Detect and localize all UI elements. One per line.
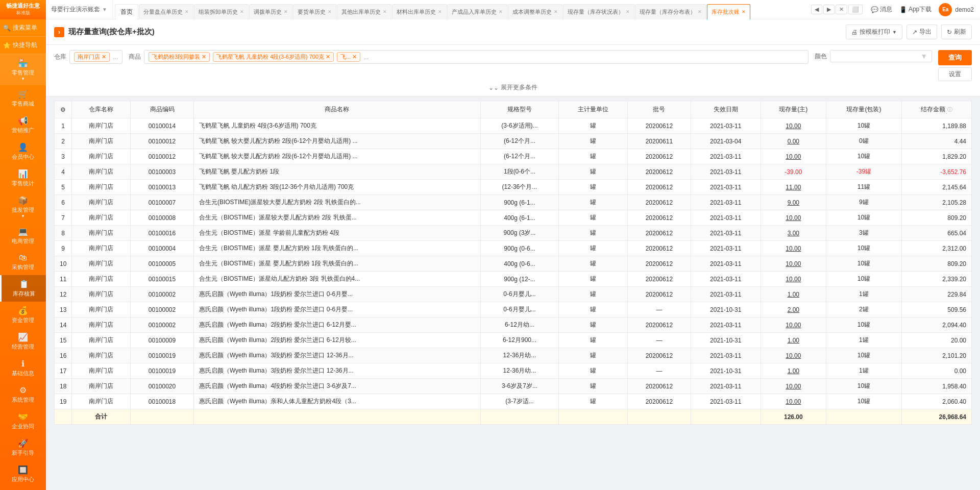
sidebar-item-app-center[interactable]: 🔲 应用中心 (0, 461, 46, 487)
close-icon[interactable]: ✕ (554, 9, 558, 14)
table-cell: 900g (3岁... (480, 226, 559, 241)
color-filter-box[interactable]: ▼ (830, 50, 932, 62)
table-cell[interactable]: 1.00 (761, 333, 826, 348)
close-icon[interactable]: ✕ (240, 9, 244, 14)
query-button[interactable]: 查询 (938, 50, 972, 65)
table-cell[interactable]: 10.00 (761, 348, 826, 363)
nav-tab-purchase-order[interactable]: 要货单历史✕ (293, 4, 336, 19)
sidebar-item-finance[interactable]: 💰 资金管理 (0, 302, 46, 328)
table-cell[interactable]: 10.00 (761, 272, 826, 287)
table-cell[interactable]: 1.00 (761, 363, 826, 379)
close-icon[interactable]: ✕ (499, 9, 503, 14)
table-area: ⚙ 仓库名称 商品编码 商品名称 规格型号 主计量单位 批号 失效日期 现存量(… (46, 96, 980, 490)
table-cell[interactable]: 2.00 (761, 302, 826, 317)
table-cell[interactable]: 11.00 (761, 180, 826, 195)
remove-goods-more-icon[interactable]: ✕ (352, 54, 357, 60)
nav-tab-inventory-dist[interactable]: 现存量（库存分布表）✕ (635, 4, 706, 19)
nav-tab-inventory-status[interactable]: 现存量（库存状况表）✕ (563, 4, 634, 19)
goods-filter-box[interactable]: 飞鹤奶粉3段同掺装 ✕ 飞鹤星飞帆 儿童奶粉 4段(3-6岁适用) 700克 ✕… (144, 50, 808, 64)
sidebar-item-operations[interactable]: 📈 经营管理 (0, 328, 46, 355)
table-cell[interactable]: 10.00 (761, 394, 826, 409)
close-icon[interactable]: ✕ (438, 9, 442, 14)
table-cell[interactable]: 1.00 (761, 287, 826, 302)
nav-tab-inventory-check[interactable]: 分量盘点单历史✕ (139, 4, 193, 19)
table-cell[interactable]: 10.00 (761, 256, 826, 272)
table-cell: (12-36个月... (480, 180, 559, 195)
collab-icon: 🤝 (18, 412, 28, 422)
warehouse-more-icon[interactable]: ... (113, 54, 118, 61)
close-icon[interactable]: ✕ (626, 9, 630, 14)
table-cell[interactable]: 3.00 (761, 226, 826, 241)
table-cell[interactable]: 10.00 (761, 210, 826, 226)
nav-tab-batch-account[interactable]: 库存批次账✕ (707, 4, 750, 19)
table-row: 8南岸门店00100016合生元（BIOSTIME）派星 学龄前儿童配方奶粉 4… (55, 226, 972, 241)
amount-info-icon[interactable]: ⓘ (947, 107, 952, 112)
sidebar-item-guide[interactable]: 🚀 新手引导 (0, 434, 46, 461)
print-button[interactable]: 🖨 按模板打印 ▼ (846, 24, 902, 39)
table-cell[interactable]: -39.00 (761, 164, 826, 180)
sidebar-item-inventory[interactable]: 📋 库存核算 (0, 275, 46, 302)
tab-restore-button[interactable]: ⬜ (848, 5, 863, 14)
settings-column-header[interactable]: ⚙ (55, 101, 72, 118)
nav-tab-transfer[interactable]: 调拨单历史✕ (249, 4, 292, 19)
nav-tab-cost-adjust[interactable]: 成本调整单历史✕ (508, 4, 562, 19)
nav-tab-other-out[interactable]: 其他出库单历史✕ (337, 4, 391, 19)
close-icon[interactable]: ✕ (383, 9, 387, 14)
table-row: 15南岸门店00100009惠氏启颜（Wyeth illuma）2段奶粉 爱尔兰… (55, 333, 972, 348)
user-avatar-button[interactable]: Ea demo2 (939, 3, 974, 16)
summary-qty-total: 126.00 (761, 409, 826, 425)
tab-prev-button[interactable]: ◀ (811, 5, 822, 14)
sidebar-item-system[interactable]: ⚙ 系统管理 (0, 381, 46, 408)
sidebar-item-retail-stats[interactable]: 📊 零售统计 (0, 165, 46, 191)
table-cell: 南岸门店 (72, 118, 131, 134)
close-icon[interactable]: ✕ (185, 9, 189, 14)
table-cell[interactable]: 10.00 (761, 317, 826, 333)
sidebar-item-retail-mgmt[interactable]: 🏪 零售管理 ▼ (0, 54, 46, 85)
refresh-button[interactable]: ↻ 刷新 (941, 24, 972, 39)
close-icon[interactable]: ✕ (284, 9, 288, 14)
sidebar-item-enterprise-wx[interactable]: 💬 企业微信 (0, 487, 46, 490)
sidebar-item-collab[interactable]: 🤝 企业协同 (0, 408, 46, 434)
tab-close-button[interactable]: ✕ (836, 5, 847, 14)
sidebar-item-purchase[interactable]: 🛍 采购管理 (0, 249, 46, 275)
table-cell: 2021-03-11 (691, 241, 761, 256)
sidebar-item-member[interactable]: 👤 会员中心 (0, 138, 46, 165)
remove-goods-tag-1-icon[interactable]: ✕ (202, 54, 206, 60)
table-cell[interactable]: 10.00 (761, 149, 826, 164)
table-cell[interactable]: 10.00 (761, 379, 826, 394)
table-cell[interactable]: 9.00 (761, 195, 826, 210)
table-cell[interactable]: 10.00 (761, 241, 826, 256)
goods-more-dots[interactable]: ... (363, 54, 369, 61)
sidebar-item-wholesale[interactable]: 📦 批发管理 ▼ (0, 191, 46, 223)
sidebar-toggle-button[interactable]: › (54, 27, 64, 37)
remove-warehouse-tag-icon[interactable]: ✕ (102, 54, 106, 60)
export-button[interactable]: ↗ 导出 (906, 24, 937, 39)
close-icon[interactable]: ✕ (698, 9, 702, 14)
table-cell[interactable]: 0.00 (761, 134, 826, 149)
table-cell[interactable]: 10.00 (761, 118, 826, 134)
sidebar-search[interactable]: 🔍 搜索菜单 (0, 19, 46, 37)
nav-tab-home[interactable]: 首页 (115, 4, 138, 19)
tab-next-button[interactable]: ▶ (823, 5, 835, 14)
app-download-button[interactable]: 📱 App下载 (899, 5, 932, 14)
sidebar-quick-nav[interactable]: ⭐ 快捷导航 (0, 37, 46, 54)
breadcrumb[interactable]: 母婴行业演示账套 ▼ (46, 0, 113, 19)
sidebar-item-basic-info[interactable]: ℹ 基础信息 (0, 355, 46, 381)
expand-more-button[interactable]: ⌄⌄ 展开更多条件 (54, 81, 972, 94)
nav-tab-assembly[interactable]: 组装拆卸单历史✕ (194, 4, 249, 19)
gear-icon: ⚙ (60, 106, 66, 113)
close-icon[interactable]: ✕ (328, 9, 332, 14)
warehouse-filter-box[interactable]: 南岸门店 ✕ ... (69, 50, 122, 64)
sidebar-item-ecommerce[interactable]: 💻 电商管理 (0, 223, 46, 249)
table-cell: 2,105.28 (901, 195, 971, 210)
settings-button[interactable]: 设置 (938, 67, 972, 81)
close-icon-active[interactable]: ✕ (742, 9, 746, 14)
remove-goods-tag-2-icon[interactable]: ✕ (326, 54, 330, 60)
nav-tab-product-in[interactable]: 产成品入库单历史✕ (447, 4, 507, 19)
wholesale-icon: 📦 (18, 195, 28, 205)
sidebar-item-retail-shop[interactable]: 🛒 零售商城 (0, 85, 46, 112)
summary-cell-empty (559, 409, 628, 425)
message-button[interactable]: 💬 消息 (871, 5, 892, 14)
nav-tab-material-out[interactable]: 材料出库单历史✕ (392, 4, 447, 19)
sidebar-item-marketing[interactable]: 📢 营销推广 (0, 112, 46, 138)
